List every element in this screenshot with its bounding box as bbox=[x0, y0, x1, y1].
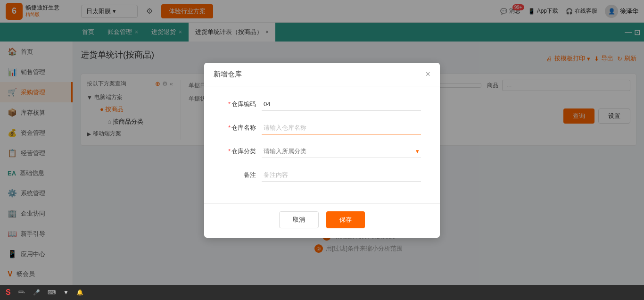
status-mic[interactable]: 🎤 bbox=[33, 289, 40, 296]
name-input[interactable] bbox=[262, 121, 421, 134]
brand-icon: S bbox=[6, 288, 11, 297]
name-label: 仓库名称 bbox=[223, 124, 256, 132]
save-button[interactable]: 保存 bbox=[326, 211, 365, 228]
dialog-close-button[interactable]: × bbox=[425, 69, 430, 79]
status-extra[interactable]: 🔔 bbox=[76, 289, 83, 296]
category-label: 仓库分类 bbox=[223, 147, 256, 156]
status-bar: S 中· 🎤 ⌨ ▼ 🔔 bbox=[0, 285, 644, 300]
form-row-note: 备注 bbox=[223, 168, 421, 182]
new-warehouse-dialog: 新增仓库 × 仓库编码 仓库名称 仓库分类 ▾ bbox=[204, 63, 440, 238]
category-input[interactable] bbox=[264, 148, 416, 155]
form-row-name: 仓库名称 bbox=[223, 121, 421, 134]
note-label: 备注 bbox=[223, 171, 256, 179]
modal-overlay[interactable]: 新增仓库 × 仓库编码 仓库名称 仓库分类 ▾ bbox=[0, 0, 644, 300]
dialog-footer: 取消 保存 bbox=[204, 203, 440, 238]
category-dropdown-icon: ▾ bbox=[416, 148, 419, 155]
status-keyboard[interactable]: ⌨ bbox=[48, 289, 56, 296]
category-select-wrapper[interactable]: ▾ bbox=[262, 145, 421, 158]
code-input[interactable] bbox=[262, 98, 421, 111]
dialog-header: 新增仓库 × bbox=[204, 63, 440, 86]
note-input[interactable] bbox=[262, 168, 421, 182]
cancel-button[interactable]: 取消 bbox=[279, 211, 319, 228]
form-row-category: 仓库分类 ▾ bbox=[223, 145, 421, 158]
status-dropdown[interactable]: ▼ bbox=[63, 289, 69, 296]
code-label: 仓库编码 bbox=[223, 100, 256, 108]
form-row-code: 仓库编码 bbox=[223, 98, 421, 111]
dialog-title: 新增仓库 bbox=[214, 70, 242, 79]
dialog-body: 仓库编码 仓库名称 仓库分类 ▾ 备注 bbox=[204, 86, 440, 203]
status-chinese[interactable]: 中· bbox=[18, 289, 25, 297]
